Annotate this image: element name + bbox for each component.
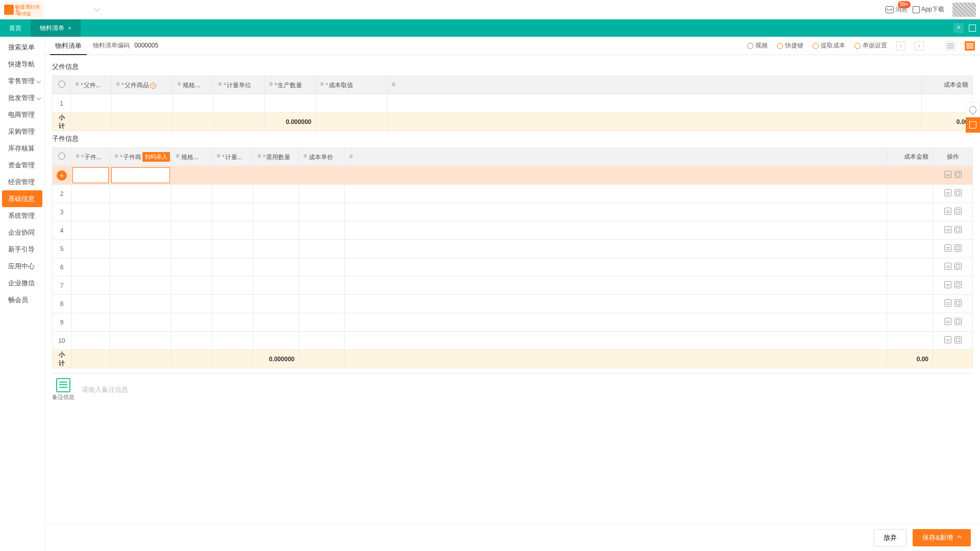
delete-row-button[interactable] (944, 244, 951, 252)
col-child-amount[interactable]: 成本金额 (887, 148, 933, 166)
scan-input-button[interactable]: 扫码录入 (142, 152, 170, 162)
child-row[interactable]: 5 (53, 240, 973, 258)
child-row[interactable]: 10 (53, 332, 973, 350)
col-child-price[interactable]: 成本单价 (299, 148, 345, 166)
doc-setting-link[interactable]: 单据设置 (854, 41, 887, 50)
sidebar-item[interactable]: 资金管理 (0, 157, 44, 173)
delete-row-button[interactable] (944, 336, 951, 343)
copy-row-button[interactable] (954, 299, 962, 307)
col-parent-amount[interactable]: 成本金额 (922, 76, 973, 94)
col-child-code[interactable]: *子件... (71, 148, 110, 166)
copy-row-button[interactable] (954, 171, 962, 178)
child-row[interactable]: 7 (53, 277, 973, 295)
expand-panel-button[interactable] (966, 117, 980, 133)
col-child-spec[interactable]: 规格... (172, 148, 212, 166)
copy-row-button[interactable] (954, 226, 962, 233)
play-icon (747, 43, 753, 49)
sidebar-item[interactable]: 应用中心 (0, 258, 44, 274)
sidebar-item[interactable]: 采购管理 (0, 123, 44, 140)
child-code-input[interactable] (72, 167, 109, 183)
prev-button[interactable]: ‹ (896, 41, 905, 51)
remark-input[interactable] (82, 380, 973, 400)
col-parent-code[interactable]: *父件... (71, 76, 112, 94)
next-button[interactable]: › (915, 41, 924, 51)
app-download-link[interactable]: App下载 (913, 5, 944, 14)
fullscreen-icon[interactable] (969, 24, 976, 32)
child-row[interactable]: 4 (53, 221, 973, 240)
delete-row-button[interactable] (944, 281, 951, 288)
extract-cost-link[interactable]: 提取成本 (813, 41, 845, 50)
parent-row[interactable]: 1 (53, 94, 973, 113)
sidebar-item[interactable]: 企业微信 (0, 274, 44, 291)
sidebar-item[interactable]: 系统管理 (0, 207, 44, 224)
remark-icon: 备注信息 (52, 378, 75, 401)
remark-section: 备注信息 (52, 373, 973, 405)
extract-icon (813, 43, 819, 49)
col-settings[interactable] (53, 148, 71, 166)
add-row-button[interactable]: + (57, 170, 67, 181)
sidebar-item[interactable]: 畅会员 (0, 291, 44, 308)
sidebar-item[interactable]: 搜索菜单 (0, 39, 44, 56)
copy-row-button[interactable] (954, 244, 962, 252)
shortcut-link[interactable]: 快捷键 (777, 41, 803, 50)
video-link[interactable]: 视频 (747, 41, 768, 50)
col-child-product[interactable]: *子件商扫码录入 (110, 148, 172, 166)
help-icon[interactable]: ? (150, 83, 156, 89)
save-add-button[interactable]: 保存&新增 (913, 529, 971, 546)
delete-row-button[interactable] (944, 318, 951, 325)
copy-row-button[interactable] (954, 318, 962, 325)
col-parent-qty[interactable]: *生产数量 (265, 76, 316, 94)
delete-row-button[interactable] (944, 263, 951, 270)
edit-layout-button[interactable] (966, 102, 980, 117)
delete-row-button[interactable] (944, 226, 951, 233)
sidebar-item[interactable]: 企业协同 (0, 224, 44, 241)
col-parent-cost[interactable]: *成本取值 (316, 76, 387, 94)
messages-badge: 99+ (898, 1, 911, 8)
view-list-button[interactable] (945, 41, 955, 51)
copy-row-button[interactable] (954, 263, 962, 270)
child-row[interactable]: + (53, 166, 973, 185)
copy-row-button[interactable] (954, 189, 962, 196)
subtab-list[interactable]: 物料清单 (50, 37, 87, 55)
col-settings[interactable] (53, 76, 71, 94)
child-row[interactable]: 6 (53, 258, 973, 277)
sidebar-item[interactable]: 快捷导航 (0, 56, 44, 72)
view-detail-button[interactable] (965, 41, 975, 51)
sidebar-item[interactable]: 基础信息 (2, 190, 42, 207)
app-download-label: App下载 (921, 5, 944, 14)
close-all-button[interactable]: × (953, 23, 964, 33)
child-row[interactable]: 9 (53, 313, 973, 332)
tab-bom[interactable]: 物料清单 × (31, 19, 81, 37)
parent-table: *父件... *父件商品? 规格... *计量单位 *生产数量 *成本取值 成本… (52, 76, 973, 131)
doc-code-label: 物料清单编码 0000005 (93, 41, 158, 50)
sidebar-item[interactable]: 新手引导 (0, 241, 44, 258)
child-product-input[interactable] (111, 167, 170, 183)
close-icon[interactable]: × (68, 25, 71, 31)
col-parent-product[interactable]: *父件商品? (112, 76, 173, 94)
cancel-button[interactable]: 放弃 (874, 529, 906, 546)
delete-row-button[interactable] (944, 189, 951, 196)
col-parent-unit[interactable]: *计量单位 (214, 76, 265, 94)
sidebar-item[interactable]: 库存核算 (0, 140, 44, 157)
avatar[interactable] (952, 3, 976, 17)
org-selector[interactable] (54, 9, 99, 11)
delete-row-button[interactable] (944, 208, 951, 215)
col-child-qty[interactable]: *需用数量 (253, 148, 299, 166)
col-child-unit[interactable]: *计量... (212, 148, 253, 166)
child-row[interactable]: 3 (53, 203, 973, 221)
sidebar-item[interactable]: 电商管理 (0, 106, 44, 123)
copy-row-button[interactable] (954, 281, 962, 288)
sidebar-item[interactable]: 经营管理 (0, 173, 44, 190)
col-parent-spec[interactable]: 规格... (173, 76, 214, 94)
child-row[interactable]: 2 (53, 185, 973, 203)
sidebar-item[interactable]: 零售管理 (0, 72, 44, 89)
copy-row-button[interactable] (954, 208, 962, 215)
delete-row-button[interactable] (944, 299, 951, 307)
tab-home[interactable]: 首页 (0, 19, 31, 37)
copy-row-button[interactable] (954, 336, 962, 343)
sidebar-item[interactable]: 批发管理 (0, 89, 44, 106)
delete-row-button[interactable] (944, 171, 951, 178)
parent-section-title: 父件信息 (52, 62, 973, 71)
child-row[interactable]: 8 (53, 295, 973, 313)
messages-link[interactable]: 消息 99+ (886, 5, 908, 14)
